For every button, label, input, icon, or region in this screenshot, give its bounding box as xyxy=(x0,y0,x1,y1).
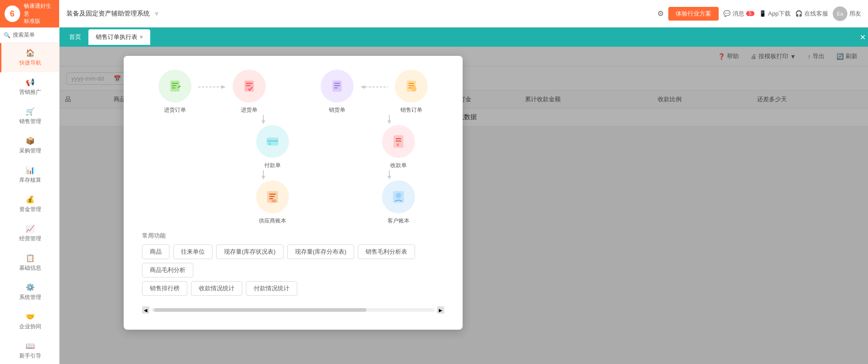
func-btn-receipt-stats[interactable]: 收款情况统计 xyxy=(191,281,242,296)
dropdown-arrow-icon[interactable]: ▼ xyxy=(153,10,160,17)
sidebar-item-inventory[interactable]: 📊 库存核算 xyxy=(0,160,59,190)
func-btn-product[interactable]: 商品 xyxy=(142,244,169,259)
logo-text: 畅康通好生意 标准版 xyxy=(24,2,55,25)
svg-rect-8 xyxy=(246,83,252,84)
func-btn-sales-rank[interactable]: 销售排行榜 xyxy=(142,281,187,296)
func-buttons-row2: 销售排行榜 收款情况统计 付款情况统计 xyxy=(142,281,444,296)
svg-rect-1 xyxy=(172,83,178,84)
sidebar-item-sales[interactable]: 🛒 销售管理 xyxy=(0,102,59,131)
svg-marker-6 xyxy=(221,85,226,89)
svg-text:¥: ¥ xyxy=(396,142,399,147)
message-icon: 💬 xyxy=(723,10,731,17)
sidebar-search[interactable]: 🔍 搜索菜单 xyxy=(0,27,59,43)
tab-sales-order-execution[interactable]: 销售订单执行表 × xyxy=(88,29,150,45)
marketing-icon: 📢 xyxy=(26,78,35,87)
tab-close-icon[interactable]: × xyxy=(140,34,143,40)
close-all-tabs-icon[interactable]: ✕ xyxy=(860,33,866,42)
payment-icon: ¥ xyxy=(256,125,289,158)
sidebar-item-marketing[interactable]: 📢 营销推广 xyxy=(0,72,59,102)
main-content: 装备及固定资产辅助管理系统 ▼ ⚙ 体验行业方案 💬 消息 5 📱 App下载 … xyxy=(60,0,868,364)
svg-rect-3 xyxy=(172,87,175,88)
sidebar-item-finance[interactable]: 💰 资金管理 xyxy=(0,190,59,219)
headset-icon: 🎧 xyxy=(795,10,802,17)
enterprise-icon: 🤝 xyxy=(26,312,35,321)
purchase-icon: 📦 xyxy=(26,136,35,145)
sidebar: 6 畅康通好生意 标准版 🔍 搜索菜单 🏠 快捷导航 📢 营销推广 🛒 销售管理 xyxy=(0,0,60,364)
customer-account-icon xyxy=(382,180,415,213)
guide-icon: 📖 xyxy=(26,342,35,350)
sidebar-item-guide[interactable]: 📖 新手引导 xyxy=(0,336,59,364)
sales-icon: 🛒 xyxy=(26,107,35,116)
sidebar-item-purchase[interactable]: 📦 采购管理 xyxy=(0,131,59,160)
avatar: Ea xyxy=(833,6,847,21)
logo-icon: 6 xyxy=(5,5,20,22)
supplier-account-icon xyxy=(256,180,289,213)
receipt-icon: ¥ xyxy=(382,125,415,158)
svg-marker-35 xyxy=(388,176,391,179)
func-btn-inventory-dist[interactable]: 现存量(库存分布表) xyxy=(287,244,355,259)
operations-icon: 📈 xyxy=(26,224,35,233)
flow-item-sales-bill[interactable]: 销货单 xyxy=(321,70,354,114)
flow-diagram: 进货订单 xyxy=(142,70,444,225)
basic-info-icon: 📋 xyxy=(26,254,35,262)
flow-item-sales-order[interactable]: 销售订单 xyxy=(395,70,428,114)
modal-overlay: 进货订单 xyxy=(60,47,868,364)
modal: 进货订单 xyxy=(124,56,463,330)
svg-marker-22 xyxy=(262,120,265,124)
common-funcs-title: 常用功能 xyxy=(142,232,444,240)
sidebar-logo: 6 畅康通好生意 标准版 xyxy=(0,0,59,27)
svg-marker-33 xyxy=(262,176,265,179)
experience-button[interactable]: 体验行业方案 xyxy=(668,7,719,21)
sales-order-icon xyxy=(395,70,428,103)
sidebar-item-sys-mgmt[interactable]: ⚙️ 系统管理 xyxy=(0,277,59,307)
svg-point-20 xyxy=(412,87,416,91)
home-icon: 🏠 xyxy=(26,49,35,57)
flow-item-purchase-order[interactable]: 进货订单 xyxy=(158,70,191,114)
svg-rect-40 xyxy=(272,200,276,202)
system-name: 装备及固定资产辅助管理系统 ▼ xyxy=(66,10,653,18)
common-functions: 常用功能 商品 往来单位 现存量(库存状况表) 现存量(库存分布表) 销售毛利分… xyxy=(142,225,444,304)
tabs-bar: 首页 销售订单执行表 × ✕ xyxy=(60,27,868,47)
flow-item-supplier-account[interactable]: 供应商账本 xyxy=(256,180,289,225)
flow-item-purchase-bill[interactable]: 进货单 xyxy=(233,70,266,114)
page-area: ❓ 帮助 🖨 按模板打印 ▼ ↑ 导出 🔄 刷新 xyxy=(60,47,868,364)
purchase-order-icon xyxy=(158,70,191,103)
scroll-thumb xyxy=(154,308,366,312)
purchase-bill-icon xyxy=(233,70,266,103)
inventory-icon: 📊 xyxy=(26,166,35,174)
scroll-left-btn[interactable]: ◀ xyxy=(142,306,149,314)
sidebar-item-operations[interactable]: 📈 经营管理 xyxy=(0,219,59,248)
func-btn-inventory-status[interactable]: 现存量(库存状况表) xyxy=(216,244,284,259)
user-avatar[interactable]: Ea 用友 xyxy=(833,6,861,21)
func-btn-partners[interactable]: 往来单位 xyxy=(173,244,213,259)
topbar: 装备及固定资产辅助管理系统 ▼ ⚙ 体验行业方案 💬 消息 5 📱 App下载 … xyxy=(60,0,868,27)
flow-item-receipt[interactable]: ¥ 收款单 xyxy=(382,125,415,169)
sales-bill-icon xyxy=(321,70,354,103)
online-service-btn[interactable]: 🎧 在线客服 xyxy=(795,10,828,18)
sidebar-nav: 🏠 快捷导航 📢 营销推广 🛒 销售管理 📦 采购管理 📊 库存核算 💰 xyxy=(0,43,59,364)
svg-marker-24 xyxy=(388,120,391,124)
modal-inner: 进货订单 xyxy=(124,56,463,330)
flow-item-customer-account[interactable]: 客户账本 xyxy=(382,180,415,225)
scroll-track[interactable] xyxy=(152,308,435,312)
modal-scrollbar-area: ◀ ▶ xyxy=(142,304,444,316)
func-buttons-row1: 商品 往来单位 现存量(库存状况表) 现存量(库存分布表) 销售毛利分析表 商品… xyxy=(142,244,444,277)
func-btn-product-profit[interactable]: 商品毛利分析 xyxy=(142,263,193,277)
app-download-btn[interactable]: 📱 App下载 xyxy=(759,10,791,18)
scroll-right-btn[interactable]: ▶ xyxy=(437,306,444,314)
finance-icon: 💰 xyxy=(26,195,35,204)
svg-marker-14 xyxy=(360,85,365,89)
tab-home[interactable]: 首页 xyxy=(62,29,88,45)
svg-point-42 xyxy=(396,193,401,198)
message-btn[interactable]: 💬 消息 5 xyxy=(723,10,754,18)
flow-item-payment[interactable]: ¥ 付款单 xyxy=(256,125,289,169)
settings-icon[interactable]: ⚙ xyxy=(657,9,664,18)
phone-icon: 📱 xyxy=(759,10,766,17)
svg-rect-9 xyxy=(246,85,251,86)
search-icon: 🔍 xyxy=(4,32,11,38)
sidebar-item-quick-nav[interactable]: 🏠 快捷导航 xyxy=(0,43,59,72)
sidebar-item-enterprise[interactable]: 🤝 企业协同 xyxy=(0,307,59,336)
func-btn-payment-stats[interactable]: 付款情况统计 xyxy=(246,281,297,296)
func-btn-sales-profit[interactable]: 销售毛利分析表 xyxy=(358,244,415,259)
sidebar-item-basic-info[interactable]: 📋 基础信息 xyxy=(0,248,59,277)
